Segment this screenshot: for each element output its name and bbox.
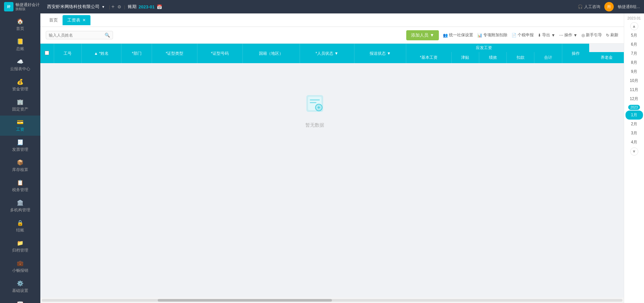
th-total: 合计 xyxy=(534,52,562,63)
sidebar-item-fund[interactable]: 💰 资金管理 xyxy=(0,75,40,95)
date-month-8[interactable]: 8月 xyxy=(626,58,643,67)
personal-tax-btn[interactable]: 📄 个税申报 xyxy=(512,32,534,38)
date-month-7[interactable]: 7月 xyxy=(626,49,643,58)
th-name: ▲ *姓名 xyxy=(81,44,121,63)
th-base-salary: *基本工资 xyxy=(406,52,451,63)
date-month-9[interactable]: 9月 xyxy=(626,67,643,76)
th-operations: 操作 xyxy=(562,44,589,63)
toolbar: 🔍 添加人员 ▼ 👥 统一社保设置 📊 专项附加扣除 📄 个税申报 ⬇ 导出 xyxy=(40,27,624,44)
horizontal-scrollbar[interactable] xyxy=(40,298,624,303)
gear-icon: ⚙️ xyxy=(17,280,24,287)
sidebar-item-fixed-asset[interactable]: 🏢 固定资产 xyxy=(0,95,40,116)
refresh-icon: ↻ xyxy=(606,33,609,38)
building-icon: 🏢 xyxy=(17,99,24,105)
svg-rect-3 xyxy=(310,102,316,103)
th-deduction: 扣款 xyxy=(507,52,534,63)
logo-area: 好 畅捷通好会计 旗舰版 xyxy=(4,2,44,11)
guide-toolbar-icon: ◎ xyxy=(581,33,585,38)
close-period-icon: 🔒 xyxy=(17,220,24,226)
table-wrapper: 工号 ▲ *姓名 *部门 *证型类型 *证型号码 国籍（地区） *人员状态 ▼ … xyxy=(40,44,624,298)
tab-salary-table[interactable]: 工资表 ✕ xyxy=(63,15,90,25)
sidebar-item-tax[interactable]: 📋 税务管理 xyxy=(0,176,40,196)
sidebar-item-cloud-report[interactable]: ☁️ 云报表中心 xyxy=(0,55,40,75)
tax-icon: 📋 xyxy=(17,179,24,186)
date-nav-up[interactable]: ▲ xyxy=(630,22,638,30)
sidebar-item-invoice[interactable]: 🧾 发票管理 xyxy=(0,136,40,156)
inventory-icon: 📦 xyxy=(17,159,24,166)
company-selector[interactable]: 西安虾米网络科技有限公司 ▼ xyxy=(44,2,108,11)
app-logo-text: 畅捷通好会计 旗舰版 xyxy=(15,2,40,11)
empty-text: 暂无数据 xyxy=(305,122,324,128)
tab-close-icon[interactable]: ✕ xyxy=(82,18,86,23)
app-logo-icon: 好 xyxy=(4,2,13,11)
fund-icon: 💰 xyxy=(17,79,24,85)
operations-btn[interactable]: ⋯ 操作 ▼ xyxy=(559,32,577,38)
date-month-3[interactable]: 3月 xyxy=(626,129,643,138)
search-input[interactable] xyxy=(49,33,103,38)
th-dept: *部门 xyxy=(121,44,152,63)
user-avatar[interactable]: 用 xyxy=(604,2,614,11)
date-month-6[interactable]: 6月 xyxy=(626,40,643,49)
sidebar-item-settings[interactable]: ⚙️ 基础设置 xyxy=(0,277,40,297)
org-icon: 🏛️ xyxy=(17,200,24,206)
date-nav-down[interactable]: ▼ xyxy=(630,147,638,156)
th-report-status: 报送状态 ▼ xyxy=(354,44,406,63)
th-performance: 绩效 xyxy=(479,52,506,63)
tab-bar: 首页 工资表 ✕ xyxy=(40,13,624,27)
sidebar-item-home[interactable]: 🏠 首页 xyxy=(0,15,40,35)
social-security-btn[interactable]: 👥 统一社保设置 xyxy=(443,32,473,38)
date-month-10[interactable]: 10月 xyxy=(626,76,643,85)
tab-home[interactable]: 首页 xyxy=(44,15,63,25)
export-icon: ⬇ xyxy=(538,33,541,38)
date-month-11[interactable]: 11月 xyxy=(626,85,643,94)
chevron-down-icon: ▼ xyxy=(430,33,434,38)
guide-icon: 📖 xyxy=(17,300,24,303)
sidebar-item-salary[interactable]: 💳 工资 xyxy=(0,116,40,136)
sidebar-item-guide[interactable]: 📖 新手引导 xyxy=(0,297,40,303)
content-area: 首页 工资表 ✕ 🔍 添加人员 ▼ 👥 统一社保设置 📊 xyxy=(40,13,624,303)
th-checkbox[interactable] xyxy=(40,44,54,63)
ledger-icon: 📒 xyxy=(17,38,24,45)
settings-icon[interactable]: ⚙ xyxy=(117,4,121,9)
export-chevron-icon: ▼ xyxy=(551,33,555,38)
date-month-5[interactable]: 5月 xyxy=(626,31,643,40)
sidebar-item-archive[interactable]: 📁 归档管理 xyxy=(0,236,40,257)
date-month-2[interactable]: 2月 xyxy=(626,120,643,129)
deduction-icon: 📊 xyxy=(477,33,482,38)
human-service-btn[interactable]: 🎧 人工咨询 xyxy=(578,4,600,10)
export-btn[interactable]: ⬇ 导出 ▼ xyxy=(538,32,555,38)
sidebar: 🏠 首页 📒 总账 ☁️ 云报表中心 💰 资金管理 🏢 固定资产 💳 工资 🧾 … xyxy=(0,13,40,303)
add-person-button[interactable]: 添加人员 ▼ xyxy=(406,30,439,40)
calendar-icon[interactable]: 📅 xyxy=(157,4,162,9)
scrollbar-thumb[interactable] xyxy=(158,299,332,302)
refresh-btn[interactable]: ↻ 刷新 xyxy=(606,32,618,38)
th-allowance: 津贴 xyxy=(451,52,479,63)
sidebar-item-multi-org[interactable]: 🏛️ 多机构管理 xyxy=(0,196,40,216)
special-deduction-btn[interactable]: 📊 专项附加扣除 xyxy=(477,32,507,38)
empty-icon xyxy=(301,90,328,117)
salary-table: 工号 ▲ *姓名 *部门 *证型类型 *证型号码 国籍（地区） *人员状态 ▼ … xyxy=(40,44,624,155)
year-badge-2023: 2023 xyxy=(628,105,640,110)
header-right: 🎧 人工咨询 用 畅捷通B组... xyxy=(578,2,640,11)
expense-icon: 💼 xyxy=(17,260,24,266)
sidebar-item-expense[interactable]: 💼 小畅报销 xyxy=(0,257,40,277)
date-panel: 2023.01 ▲ 5月 6月 7月 8月 9月 10月 11月 12月 202… xyxy=(624,13,644,303)
archive-icon: 📁 xyxy=(17,240,24,246)
headset-icon: 🎧 xyxy=(578,4,583,9)
add-company-icon[interactable]: + xyxy=(111,4,114,10)
sidebar-item-inventory[interactable]: 📦 库存核算 xyxy=(0,156,40,176)
home-icon: 🏠 xyxy=(17,18,24,25)
select-all-checkbox[interactable] xyxy=(45,51,49,55)
date-panel-header: 2023.01 xyxy=(628,15,641,21)
sidebar-item-ledger[interactable]: 📒 总账 xyxy=(0,35,40,55)
date-month-4[interactable]: 4月 xyxy=(626,138,643,147)
date-month-12[interactable]: 12月 xyxy=(626,94,643,103)
sidebar-item-close[interactable]: 🔒 结账 xyxy=(0,216,40,236)
guide-btn[interactable]: ◎ 新手引导 xyxy=(581,32,602,38)
date-month-1-active[interactable]: 1月 xyxy=(626,111,643,120)
search-box[interactable]: 🔍 xyxy=(46,31,113,39)
th-nationality: 国籍（地区） xyxy=(242,44,300,63)
top-header: 好 畅捷通好会计 旗舰版 西安虾米网络科技有限公司 ▼ | + ⚙ | 账期 2… xyxy=(0,0,644,13)
chevron-down-icon: ▼ xyxy=(102,5,105,9)
th-id: 工号 xyxy=(54,44,81,63)
